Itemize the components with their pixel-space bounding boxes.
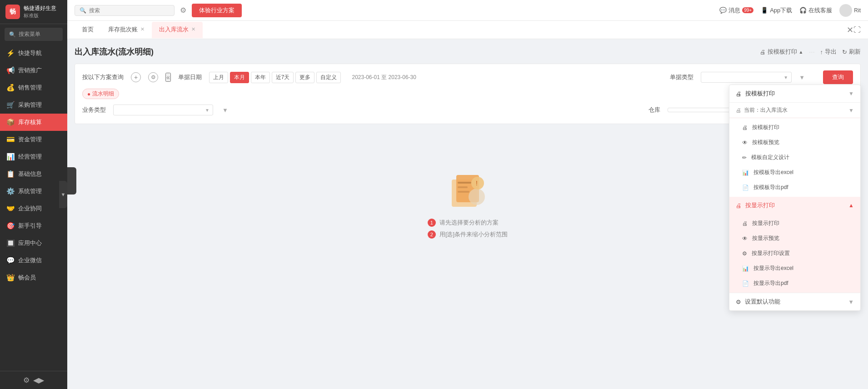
date-this-month-btn[interactable]: 本月	[230, 72, 249, 83]
tabs-bar: 首页 库存批次账 ✕ 出入库流水 ✕ ✕ ⛶	[67, 21, 868, 39]
step-2-num: 2	[428, 230, 436, 239]
template-customize-icon: ✏	[742, 155, 747, 161]
settings-footer-button[interactable]: ⚙	[23, 376, 30, 384]
search-menu-button[interactable]: 🔍 搜索菜单	[5, 28, 63, 41]
date-last-month-btn[interactable]: 上月	[209, 72, 228, 83]
sidebar-item-appstore[interactable]: 🔲 应用中心	[0, 234, 67, 252]
type-select[interactable]	[701, 72, 792, 83]
dropdown-template-header[interactable]: 🖨 按模板打印 ▼	[729, 85, 860, 103]
sidebar-nav: ⚡ 快捷导航 📢 营销推广 💰 销售管理 🛒 采购管理 📦 库存核算 💳 资金管…	[0, 45, 67, 371]
sidebar-item-marketing[interactable]: 📢 营销推广	[0, 62, 67, 79]
topbar-gear-icon[interactable]: ⚙	[180, 6, 186, 15]
sidebar-item-collab[interactable]: 🤝 企业协同	[0, 200, 67, 217]
filter-settings-icon[interactable]: ⚙	[148, 72, 158, 82]
biz-type-chevron-icon[interactable]: ▼	[222, 107, 228, 114]
online-service-btn[interactable]: 🎧 在线客服	[799, 6, 832, 15]
filter-collapse-icon[interactable]: «	[165, 73, 171, 82]
template-export-excel-item[interactable]: 📊 按模板导出excel	[729, 165, 860, 180]
default-settings-icon: ⚙	[736, 299, 741, 305]
avatar	[839, 4, 852, 17]
sidebar-scroll-arrow[interactable]: ▼	[59, 181, 67, 208]
dropdown-display-submenu: 🖨 按显示打印 👁 按显示预览 ⚙ 按显示打印设置 📊 按显示导出excel	[729, 214, 860, 293]
sidebar-item-purchase[interactable]: 🛒 采购管理	[0, 96, 67, 114]
date-custom-btn[interactable]: 自定义	[316, 72, 341, 83]
template-export-pdf-item[interactable]: 📄 按模板导出pdf	[729, 180, 860, 195]
sales-icon: 💰	[6, 84, 15, 92]
date-this-year-btn[interactable]: 本年	[251, 72, 270, 83]
topbar-search-icon: 🔍	[80, 7, 86, 14]
user-avatar-btn[interactable]: Rit	[839, 4, 861, 17]
template-print-item[interactable]: 🖨 按模板打印	[729, 120, 860, 135]
expand-panel-btn[interactable]: ⛶	[853, 26, 861, 34]
username-label: Rit	[854, 7, 861, 14]
svg-text:!: !	[476, 180, 478, 187]
type-select-wrapper	[701, 72, 792, 83]
biz-type-select-wrapper	[113, 105, 213, 115]
date-btn-group: 上月 本月 本年 近7天 更多 自定义	[209, 72, 341, 83]
app-download-btn[interactable]: 📱 App下载	[761, 6, 792, 15]
export-icon: ↑	[820, 49, 823, 55]
tab-home[interactable]: 首页	[75, 22, 101, 38]
dropdown-display-title: 🖨 按显示打印	[736, 201, 775, 209]
message-btn[interactable]: 💬 消息 99+	[719, 6, 753, 15]
display-export-pdf-item[interactable]: 📄 按显示导出pdf	[729, 276, 860, 291]
sidebar-item-inventory[interactable]: 📦 库存核算	[0, 114, 67, 131]
print-template-btn[interactable]: 🖨 按模板打印 ▲	[760, 48, 803, 56]
date-last-7days-btn[interactable]: 近7天	[272, 72, 294, 83]
sidebar-item-finance[interactable]: 💳 资金管理	[0, 131, 67, 148]
empty-step-2: 2 用[选]条件来缩小分析范围	[428, 230, 508, 239]
display-print-header-icon: 🖨	[736, 202, 742, 209]
collapse-sidebar-button[interactable]: ◀▶	[33, 376, 44, 384]
sidebar-item-system[interactable]: ⚙️ 系统管理	[0, 183, 67, 200]
page-actions: 🖨 按模板打印 ▲ ⋯ ↑ 导出 ↻ 刷新	[760, 48, 861, 56]
type-more-icon[interactable]: ▼	[799, 74, 805, 81]
sidebar-footer: ⚙ ◀▶	[0, 371, 67, 389]
filter-add-btn[interactable]: +	[131, 72, 141, 82]
filter-tag-detail[interactable]: ● 流水明细	[82, 89, 119, 99]
display-export-excel-item[interactable]: 📊 按显示导出excel	[729, 261, 860, 276]
dropdown-current-label: 🖨 当前：出入库流水 ▼	[729, 103, 860, 118]
display-preview-item[interactable]: 👁 按显示预览	[729, 231, 860, 246]
topbar-search-input[interactable]	[89, 7, 153, 14]
display-print-icon: 🖨	[742, 220, 748, 227]
sidebar-item-wechat[interactable]: 💬 企业微信	[0, 252, 67, 269]
sidebar-item-basic[interactable]: 📋 基础信息	[0, 165, 67, 183]
appstore-icon: 🔲	[6, 239, 15, 247]
warehouse-label: 仓库	[649, 106, 660, 114]
svg-rect-5	[458, 191, 469, 193]
sidebar-item-member[interactable]: 👑 畅会员	[0, 269, 67, 286]
svg-point-6	[471, 177, 484, 190]
refresh-btn[interactable]: ↻ 刷新	[842, 48, 861, 56]
page-title: 出入库流水(流水明细)	[75, 46, 154, 57]
display-preview-icon: 👁	[742, 235, 748, 242]
tab-flow[interactable]: 出入库流水 ✕	[152, 22, 203, 38]
template-preview-icon: 👁	[742, 140, 748, 146]
step-1-num: 1	[428, 219, 436, 227]
sidebar: 畅 畅捷通好生意 标准版 🔍 搜索菜单 ⚡ 快捷导航 📢 营销推广 💰 销售管理…	[0, 0, 67, 389]
date-more-btn[interactable]: 更多	[295, 72, 314, 83]
sidebar-item-operation[interactable]: 📊 经营管理	[0, 148, 67, 165]
sidebar-item-guide[interactable]: 🎯 新手引导	[0, 217, 67, 234]
collab-icon: 🤝	[6, 204, 15, 213]
divider-1: ⋯	[809, 49, 815, 55]
sidebar-item-sales[interactable]: 💰 销售管理	[0, 79, 67, 96]
tab-batch-close[interactable]: ✕	[140, 26, 145, 32]
query-btn[interactable]: 查询	[823, 70, 853, 84]
empty-icon: !	[445, 166, 490, 211]
template-preview-item[interactable]: 👁 按模板预览	[729, 135, 860, 150]
template-customize-item[interactable]: ✏ 模板自定义设计	[729, 150, 860, 165]
trial-btn[interactable]: 体验行业方案	[192, 4, 242, 17]
export-btn[interactable]: ↑ 导出	[820, 48, 837, 56]
display-print-settings-item[interactable]: ⚙ 按显示打印设置	[729, 246, 860, 261]
display-print-item[interactable]: 🖨 按显示打印	[729, 216, 860, 231]
close-panel-btn[interactable]: ✕	[847, 25, 853, 35]
dropdown-display-header[interactable]: 🖨 按显示打印 ▲	[729, 197, 860, 214]
operation-icon: 📊	[6, 153, 15, 161]
tab-batch[interactable]: 库存批次账 ✕	[101, 22, 152, 38]
sidebar-item-shortcut[interactable]: ⚡ 快捷导航	[0, 45, 67, 62]
template-chevron-icon: ▼	[848, 90, 854, 97]
dropdown-section-default[interactable]: ⚙ 设置默认功能 ▼	[729, 293, 860, 310]
empty-step-1: 1 请先选择要分析的方案	[428, 219, 508, 227]
tab-flow-close[interactable]: ✕	[191, 26, 195, 32]
biz-type-select[interactable]	[113, 105, 213, 115]
